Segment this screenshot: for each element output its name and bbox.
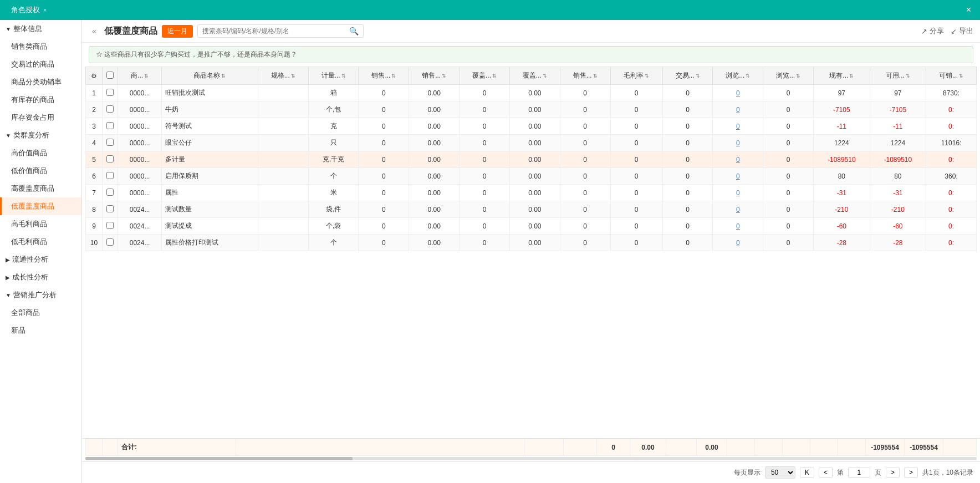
col-header-sales3[interactable]: 销售...⇅ [560,67,610,85]
nav-tab-close-6[interactable]: × [58,40,61,47]
nav-tab-close-5[interactable]: × [58,23,61,30]
share-button[interactable]: ↗ 分享 [921,26,944,36]
row-checkbox-4[interactable] [106,155,114,162]
nav-tab-close-8[interactable]: × [58,73,61,80]
col-header-available_stock[interactable]: 可用...⇅ [870,67,926,85]
sidebar-item-0-2[interactable]: 商品分类动销率 [0,73,81,91]
row-checkbox-9[interactable] [106,238,114,246]
page-size-select[interactable]: 50 20 100 [765,466,795,479]
cell-2-unit: 克 [308,118,359,135]
col-header-sales_amount[interactable]: 销售...⇅ [409,67,460,85]
cell-9-current: -28 [814,235,870,251]
col-header-name[interactable]: 商品名称⇅ [162,67,258,85]
sidebar-item-1-1[interactable]: 低价值商品 [0,162,81,180]
sidebar-content: ▼ 整体信息销售类商品交易过的商品商品分类动销率有库存的商品库存资金占用▼ 类群… [0,20,81,339]
sidebar-group-1[interactable]: ▼ 类群度分析 [0,126,81,144]
cell-0-browse1[interactable]: 0 [713,85,763,101]
cell-1-browse1[interactable]: 0 [713,101,763,118]
table-container[interactable]: ⚙商...⇅商品名称⇅规格...⇅计量...⇅销售...⇅销售...⇅覆盖...… [82,67,980,438]
cell-9-unit: 个 [308,235,359,251]
sidebar-group-2[interactable]: ▶ 流通性分析 [0,251,81,268]
col-header-current_stock[interactable]: 现有...⇅ [814,67,870,85]
cell-3-checkbox[interactable] [103,135,118,151]
sidebar-item-0-1[interactable]: 交易过的商品 [0,55,81,73]
sidebar-item-4-1[interactable]: 新品 [0,322,81,339]
cell-8-name: 测试提成 [162,218,258,235]
nav-tab-close-7[interactable]: × [43,57,47,63]
col-header-unit[interactable]: 计量...⇅ [308,67,359,85]
cell-9-browse1[interactable]: 0 [713,235,763,251]
group-arrow-icon: ▶ [6,274,10,281]
nav-tab-close-4[interactable]: × [43,7,47,13]
col-header-coverage2[interactable]: 覆盖...⇅ [509,67,560,85]
first-page-button[interactable]: K [800,467,814,478]
col-header-saleable[interactable]: 可销...⇅ [926,67,977,85]
row-checkbox-8[interactable] [106,222,114,229]
row-checkbox-3[interactable] [106,139,114,146]
col-header-coverage1[interactable]: 覆盖...⇅ [460,67,510,85]
row-checkbox-7[interactable] [106,205,114,212]
sidebar-group-0[interactable]: ▼ 整体信息 [0,20,81,38]
sidebar-item-1-0[interactable]: 高价值商品 [0,144,81,162]
row-checkbox-1[interactable] [106,105,114,113]
sidebar-item-0-0[interactable]: 销售类商品 [0,38,81,55]
sidebar-group-4[interactable]: ▼ 营销推广分析 [0,286,81,304]
page-number-input[interactable] [848,467,870,478]
cell-6-checkbox[interactable] [103,185,118,201]
cell-8-checkbox[interactable] [103,218,118,235]
collapse-sidebar-button[interactable]: « [89,26,100,37]
sidebar-item-0-3[interactable]: 有库存的商品 [0,91,81,109]
search-icon[interactable]: 🔍 [349,27,359,35]
cell-4-checkbox[interactable] [103,151,118,168]
cell-2-checkbox[interactable] [103,118,118,135]
col-header-sales_qty[interactable]: 销售...⇅ [359,67,409,85]
cell-9-code: 0024... [118,235,162,251]
prev-page-button[interactable]: < [819,467,833,478]
cell-9-trade: 0 [662,235,713,251]
cell-3-browse1[interactable]: 0 [713,135,763,151]
select-all-checkbox[interactable] [106,72,114,79]
cell-7-browse1[interactable]: 0 [713,201,763,218]
col-header-browse2[interactable]: 浏览...⇅ [763,67,814,85]
cell-5-checkbox[interactable] [103,168,118,185]
sidebar-group-3[interactable]: ▶ 成长性分析 [0,268,81,286]
last-page-button[interactable]: > [904,467,918,478]
cell-1-checkbox[interactable] [103,101,118,118]
next-page-button[interactable]: > [886,467,900,478]
row-checkbox-0[interactable] [106,89,114,96]
sidebar-item-1-2[interactable]: 高覆盖度商品 [0,180,81,197]
col-header-code[interactable]: 商...⇅ [118,67,162,85]
time-filter-button[interactable]: 近一月 [162,25,193,38]
col-header-browse1[interactable]: 浏览...⇅ [713,67,763,85]
sidebar-item-1-3[interactable]: 低覆盖度商品 [0,197,81,215]
nav-tab-4[interactable]: 角色授权× [4,2,68,18]
cell-7-checkbox[interactable] [103,201,118,218]
cell-8-spec [258,218,308,235]
cell-9-spec [258,235,308,251]
cell-2-browse1[interactable]: 0 [713,118,763,135]
sidebar-item-0-4[interactable]: 库存资金占用 [0,109,81,126]
close-all-tabs-button[interactable]: × [962,5,976,15]
col-header-spec[interactable]: 规格...⇅ [258,67,308,85]
cell-6-trade: 0 [662,185,713,201]
export-button[interactable]: ↙ 导出 [951,26,973,36]
row-checkbox-5[interactable] [106,172,114,179]
cell-8-browse1[interactable]: 0 [713,218,763,235]
row-checkbox-2[interactable] [106,122,114,129]
sidebar-item-1-5[interactable]: 低毛利商品 [0,233,81,251]
cell-4-code: 0000... [118,151,162,168]
cell-4-browse1[interactable]: 0 [713,151,763,168]
cell-5-current: 80 [814,168,870,185]
search-input[interactable] [202,27,347,35]
cell-5-browse1[interactable]: 0 [713,168,763,185]
col-header-trade[interactable]: 交易...⇅ [662,67,713,85]
sidebar-item-4-0[interactable]: 全部商品 [0,304,81,322]
cell-9-checkbox[interactable] [103,235,118,251]
row-checkbox-6[interactable] [106,189,114,196]
total-row: 合计: 0 0.00 0.00 [86,439,977,456]
sidebar-item-1-4[interactable]: 高毛利商品 [0,215,81,233]
cell-6-browse1[interactable]: 0 [713,185,763,201]
cell-2-code: 0000... [118,118,162,135]
cell-0-checkbox[interactable] [103,85,118,101]
col-header-gross_margin[interactable]: 毛利率⇅ [610,67,662,85]
